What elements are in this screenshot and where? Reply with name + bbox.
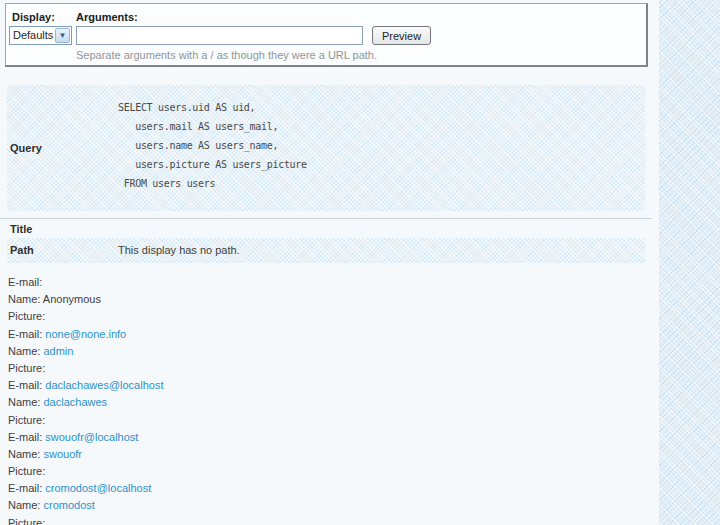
list-item: Picture: xyxy=(8,412,648,429)
picture-field-label: Picture: xyxy=(8,465,45,477)
list-item: Picture: xyxy=(8,463,648,480)
list-item: E-mail: xyxy=(8,274,648,291)
list-item: Name: Anonymous xyxy=(8,291,648,308)
query-row: Query SELECT users.uid AS uid, users.mai… xyxy=(7,85,645,211)
arguments-help-text: Separate arguments with a / as though th… xyxy=(76,49,377,61)
list-item: Picture: xyxy=(8,515,648,525)
preview-form-panel: Display: Defaults ▼ Arguments: Preview S… xyxy=(5,3,648,67)
page-background-band xyxy=(659,0,720,525)
picture-field-label: Picture: xyxy=(8,310,45,322)
picture-field-label: Picture: xyxy=(8,517,45,525)
path-value: This display has no path. xyxy=(118,244,240,256)
list-item: Picture: xyxy=(8,308,648,325)
preview-button[interactable]: Preview xyxy=(372,26,431,45)
list-item: Name: admin xyxy=(8,343,648,360)
dropdown-arrow-icon: ▼ xyxy=(55,28,70,43)
arguments-label: Arguments: xyxy=(76,11,138,23)
display-select[interactable]: Defaults ▼ xyxy=(9,26,72,45)
query-sql-text: SELECT users.uid AS uid, users.mail AS u… xyxy=(118,98,307,193)
email-link[interactable]: cromodost@localhost xyxy=(45,482,151,494)
list-item: Name: cromodost xyxy=(8,497,648,514)
list-item: E-mail: cromodost@localhost xyxy=(8,480,648,497)
name-field-label: Name: xyxy=(8,499,40,511)
list-item: E-mail: none@none.info xyxy=(8,326,648,343)
list-item: Name: daclachawes xyxy=(8,394,648,411)
path-label: Path xyxy=(10,244,34,256)
name-field-label: Name: xyxy=(8,345,40,357)
title-row: Title xyxy=(0,218,652,238)
display-label: Display: xyxy=(12,11,55,23)
email-field-label: E-mail: xyxy=(8,379,42,391)
list-item: E-mail: swouofr@localhost xyxy=(8,429,648,446)
path-row: Path This display has no path. xyxy=(7,238,645,263)
user-name-link[interactable]: admin xyxy=(43,345,73,357)
email-field-label: E-mail: xyxy=(8,276,42,288)
picture-field-label: Picture: xyxy=(8,414,45,426)
query-label: Query xyxy=(10,142,42,154)
user-name-link[interactable]: swouofr xyxy=(43,448,82,460)
picture-field-label: Picture: xyxy=(8,362,45,374)
user-name-link[interactable]: daclachawes xyxy=(43,396,107,408)
preview-results-list: E-mail: Name: Anonymous Picture: E-mail:… xyxy=(8,274,648,525)
list-item: E-mail: daclachawes@localhost xyxy=(8,377,648,394)
name-field-label: Name: xyxy=(8,448,40,460)
page-content: Display: Defaults ▼ Arguments: Preview S… xyxy=(0,0,659,525)
name-field-label: Name: xyxy=(8,396,40,408)
email-link[interactable]: swouofr@localhost xyxy=(45,431,138,443)
email-field-label: E-mail: xyxy=(8,482,42,494)
list-item: Name: swouofr xyxy=(8,446,648,463)
name-value: Anonymous xyxy=(43,293,101,305)
list-item: Picture: xyxy=(8,360,648,377)
arguments-input[interactable] xyxy=(76,26,363,45)
user-name-link[interactable]: cromodost xyxy=(43,499,94,511)
name-field-label: Name: xyxy=(8,293,40,305)
email-field-label: E-mail: xyxy=(8,328,42,340)
display-select-value: Defaults xyxy=(13,29,53,41)
email-link[interactable]: daclachawes@localhost xyxy=(45,379,163,391)
email-link[interactable]: none@none.info xyxy=(45,328,126,340)
title-label: Title xyxy=(10,223,32,235)
email-field-label: E-mail: xyxy=(8,431,42,443)
